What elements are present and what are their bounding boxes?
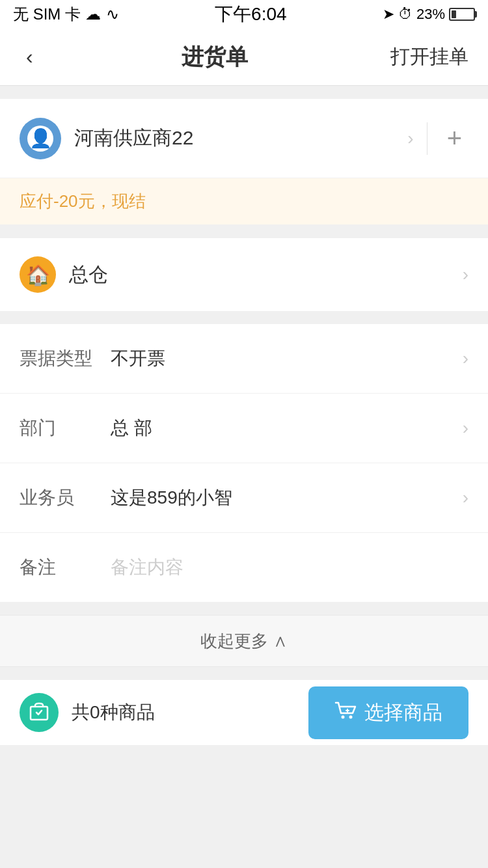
warehouse-chevron-icon: › <box>463 264 468 285</box>
svg-point-1 <box>342 715 345 718</box>
open-pending-button[interactable]: 打开挂单 <box>390 44 468 70</box>
invoice-type-row[interactable]: 票据类型 不开票 › <box>0 324 488 394</box>
supplier-name: 河南供应商22 <box>74 125 407 152</box>
alert-row: 应付-20元，现结 <box>0 178 488 224</box>
status-bar: 无 SIM 卡 ☁ ∿ 下午6:04 ➤ ⏱ 23% <box>0 0 488 29</box>
nav-bar: ‹ 进货单 打开挂单 <box>0 29 488 86</box>
department-value: 总 部 <box>98 416 463 441</box>
warehouse-section: 🏠 总仓 › <box>0 237 488 311</box>
back-button[interactable]: ‹ <box>20 38 40 75</box>
top-divider <box>0 86 488 99</box>
salesperson-value: 这是859的小智 <box>98 485 463 510</box>
warehouse-icon: 🏠 <box>20 256 56 293</box>
chevron-right-icon: › <box>407 128 413 149</box>
supplier-avatar: 👤 <box>20 118 61 159</box>
warehouse-name: 总仓 <box>69 262 463 288</box>
sim-label: 无 SIM 卡 ☁ <box>13 4 101 25</box>
status-time: 下午6:04 <box>215 2 287 27</box>
person-icon: 👤 <box>29 128 52 149</box>
supplier-row[interactable]: 👤 河南供应商22 › + <box>0 99 488 178</box>
status-left: 无 SIM 卡 ☁ ∿ <box>13 4 119 25</box>
battery-icon <box>449 8 475 21</box>
gray-area <box>0 745 488 868</box>
add-button[interactable]: + <box>441 117 468 159</box>
avatar-inner: 👤 <box>27 126 53 152</box>
alert-text: 应付-20元，现结 <box>20 191 146 211</box>
page-title: 进货单 <box>182 42 248 72</box>
salesperson-label: 业务员 <box>20 485 98 510</box>
warehouse-row[interactable]: 🏠 总仓 › <box>0 237 488 311</box>
salesperson-row[interactable]: 业务员 这是859的小智 › <box>0 463 488 533</box>
salesperson-chevron-icon: › <box>463 487 468 508</box>
alarm-icon: ⏱ <box>398 6 413 23</box>
wifi-icon: ∿ <box>106 5 119 23</box>
remark-row[interactable]: 备注 备注内容 <box>0 533 488 602</box>
supplier-divider <box>427 122 427 155</box>
department-chevron-icon: › <box>463 418 468 439</box>
product-icon <box>20 693 59 732</box>
select-product-button[interactable]: 选择商品 <box>308 686 468 739</box>
collapse-label: 收起更多 ∧ <box>200 630 287 653</box>
department-row[interactable]: 部门 总 部 › <box>0 394 488 463</box>
form-section: 票据类型 不开票 › 部门 总 部 › 业务员 这是859的小智 › 备注 备注… <box>0 324 488 602</box>
invoice-type-value: 不开票 <box>98 346 463 371</box>
supplier-section: 👤 河南供应商22 › + 应付-20元，现结 <box>0 99 488 224</box>
cart-icon <box>334 701 357 724</box>
collapse-row[interactable]: 收起更多 ∧ <box>0 615 488 667</box>
remark-input[interactable]: 备注内容 <box>98 555 468 580</box>
product-count: 共0种商品 <box>72 700 308 725</box>
department-label: 部门 <box>20 416 98 441</box>
status-right: ➤ ⏱ 23% <box>383 6 475 23</box>
remark-label: 备注 <box>20 555 98 580</box>
invoice-type-label: 票据类型 <box>20 346 98 371</box>
select-btn-label: 选择商品 <box>364 699 442 726</box>
location-icon: ➤ <box>383 6 394 23</box>
invoice-chevron-icon: › <box>463 348 468 369</box>
battery-percent: 23% <box>416 6 445 23</box>
svg-point-2 <box>349 715 353 718</box>
bottom-bar: 共0种商品 选择商品 <box>0 680 488 745</box>
mid-divider <box>0 224 488 237</box>
